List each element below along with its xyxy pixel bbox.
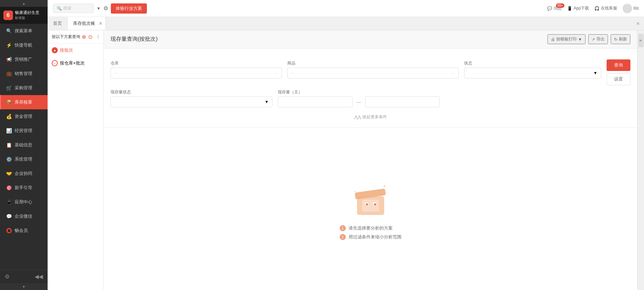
topbar-search-box[interactable]: 🔍 搜索 <box>53 4 94 13</box>
svg-text:✦: ✦ <box>383 183 387 189</box>
app-edition: 标准版 <box>15 16 39 20</box>
user-avatar-btn[interactable]: Rit <box>623 4 639 13</box>
left-panel-header: 按以下方案查询 ⊕ ⊙ 《 <box>48 30 103 44</box>
sidebar-item-purchase[interactable]: 🛒 采购管理 <box>0 81 48 95</box>
tabbar: 首页 库存批次账 ✕ ✕ <box>48 17 644 30</box>
filter-row-2: 现存量状态 ▼ 现存量（主） — <box>111 89 630 107</box>
topbar-dropdown-arrow[interactable]: ▼ <box>97 6 101 11</box>
sidebar-item-marketing[interactable]: 📢 营销推广 <box>0 52 48 67</box>
sidebar-item-wechat[interactable]: 💬 企业微信 <box>0 209 48 223</box>
sidebar-item-finance[interactable]: 💰 资金管理 <box>0 109 48 124</box>
scheme-settings-icon[interactable]: ⊙ <box>88 34 92 40</box>
purchase-icon: 🛒 <box>6 85 12 91</box>
export-icon: ↗ <box>592 37 595 42</box>
product-more-icon: ··· <box>452 71 455 75</box>
svg-point-5 <box>374 203 376 205</box>
sidebar-item-member[interactable]: ⭕ 畅会员 <box>0 223 48 238</box>
topbar: 🔍 搜索 ▼ ⚙ 体验行业方案 💬 消息 99+ 📱 App下载 🎧 在线客服 … <box>48 0 644 17</box>
sidebar-item-system[interactable]: ⚙️ 系统管理 <box>0 152 48 166</box>
sidebar-item-inventory[interactable]: 📦 库存核算 <box>0 95 48 109</box>
online-service-btn[interactable]: 🎧 在线客服 <box>594 5 617 11</box>
status-dropdown-icon: ▼ <box>593 71 597 75</box>
collapse-panel-icon[interactable]: 《 <box>95 34 99 40</box>
sidebar-item-search[interactable]: 🔍 搜索菜单 <box>0 24 48 38</box>
empty-hint-1: 1 请先选择要分析的方案 <box>340 225 402 231</box>
query-btn[interactable]: 查询 <box>607 59 630 71</box>
sidebar-bottom: ⚙ ◀◀ <box>0 270 48 283</box>
messages-btn[interactable]: 💬 消息 99+ <box>547 5 562 11</box>
filter-buttons: 查询 设置 <box>607 53 630 85</box>
product-value: ··· <box>291 71 294 75</box>
inventory-icon: 📦 <box>6 99 12 105</box>
sidebar-item-member-label: 畅会员 <box>15 228 28 234</box>
warehouse-input[interactable]: ··· ··· <box>111 68 282 78</box>
refresh-btn[interactable]: ↻ 刷新 <box>611 34 630 44</box>
sidebar-item-wechat-label: 企业微信 <box>15 213 32 219</box>
filter-settings-btn[interactable]: 设置 <box>607 73 630 85</box>
sidebar-item-quick-nav[interactable]: ⚡ 快捷导航 <box>0 38 48 52</box>
inventory-status-field: 现存量状态 ▼ <box>111 89 272 107</box>
quick-nav-icon: ⚡ <box>6 42 12 48</box>
scheme-by-batch[interactable]: ● 按批次 <box>48 44 103 57</box>
warehouse-more-icon: ··· <box>275 71 278 75</box>
refresh-icon: ↻ <box>614 37 617 42</box>
sidebar-item-sales[interactable]: 💼 销售管理 <box>0 67 48 81</box>
sidebar-item-guide[interactable]: 🎯 新手引导 <box>0 181 48 195</box>
guide-icon: 🎯 <box>6 185 12 191</box>
message-icon: 💬 <box>547 6 552 11</box>
tab-close-icon[interactable]: ✕ <box>99 21 103 26</box>
app-download-btn[interactable]: 📱 App下载 <box>567 5 589 11</box>
inventory-qty-max[interactable] <box>365 96 440 107</box>
right-side-handle[interactable]: ▶ <box>638 34 644 47</box>
page-header: 现存量查询(按批次) 🖨 按模板打印 ▼ ↗ 导出 ↻ 刷新 <box>104 30 637 49</box>
tab-panel-close-btn[interactable]: ✕ <box>632 21 644 26</box>
experience-btn[interactable]: 体验行业方案 <box>111 3 147 14</box>
inventory-qty-min[interactable] <box>278 96 353 107</box>
status-select[interactable]: ▼ <box>464 68 601 78</box>
avatar <box>623 4 632 13</box>
add-scheme-btn[interactable]: ⊕ <box>82 34 86 40</box>
empty-hint-2: 2 用过滤条件来缩小分析范围 <box>340 234 402 240</box>
collapse-sidebar-icon[interactable]: ◀◀ <box>35 273 43 280</box>
system-icon: ⚙️ <box>6 156 12 162</box>
export-btn[interactable]: ↗ 导出 <box>588 34 608 44</box>
collapse-label: 收起更多条件 <box>362 114 387 120</box>
inventory-status-select[interactable]: ▼ <box>111 96 272 107</box>
hint-num-1: 1 <box>340 225 346 231</box>
sidebar-item-app-center[interactable]: 📱 应用中心 <box>0 195 48 209</box>
product-label: 商品 <box>287 60 459 66</box>
qty-dash: — <box>354 99 364 105</box>
warehouse-filter-field: 仓库 ··· ··· <box>111 60 282 78</box>
settings-icon[interactable]: ⚙ <box>5 273 10 280</box>
sidebar-item-sales-label: 销售管理 <box>15 71 32 77</box>
sidebar-item-operations[interactable]: 📊 经营管理 <box>0 124 48 138</box>
sidebar-item-search-label: 搜索菜单 <box>15 28 32 34</box>
topbar-settings-icon[interactable]: ⚙ <box>103 5 108 12</box>
collapse-more-btn[interactable]: ⋀⋀ 收起更多条件 <box>111 111 630 123</box>
app-download-icon: 📱 <box>567 6 572 11</box>
product-input[interactable]: ··· ··· <box>287 68 459 78</box>
sidebar-scroll-down[interactable]: ▼ <box>0 283 48 290</box>
topbar-search-text: 搜索 <box>63 5 71 11</box>
sidebar-item-guide-label: 新手引导 <box>15 185 32 191</box>
status-filter-field: 状态 ▼ <box>464 60 601 78</box>
right-side-panel: ▶ <box>637 30 644 290</box>
tab-inventory-batch[interactable]: 库存批次账 ✕ <box>68 17 106 30</box>
sidebar-item-marketing-label: 营销推广 <box>15 56 32 62</box>
sidebar-scroll-up[interactable]: ▲ <box>0 0 48 7</box>
svg-text:✦: ✦ <box>354 190 356 194</box>
sidebar-item-purchase-label: 采购管理 <box>15 85 32 91</box>
operations-icon: 📊 <box>6 128 12 134</box>
sidebar-item-basic[interactable]: 📋 基础信息 <box>0 138 48 152</box>
print-btn[interactable]: 🖨 按模板打印 ▼ <box>547 34 586 44</box>
sales-icon: 💼 <box>6 71 12 77</box>
sidebar-item-enterprise[interactable]: 🤝 企业协同 <box>0 166 48 181</box>
svg-point-4 <box>366 203 368 205</box>
scheme-by-warehouse-batch[interactable]: ○ 按仓库+批次 <box>48 57 103 70</box>
hint-text-2: 用过滤条件来缩小分析范围 <box>349 234 402 240</box>
tab-home-label: 首页 <box>53 21 62 26</box>
tab-home[interactable]: 首页 <box>48 17 68 30</box>
finance-icon: 💰 <box>6 113 12 120</box>
sidebar-item-app-center-label: 应用中心 <box>15 199 32 205</box>
marketing-icon: 📢 <box>6 56 12 62</box>
